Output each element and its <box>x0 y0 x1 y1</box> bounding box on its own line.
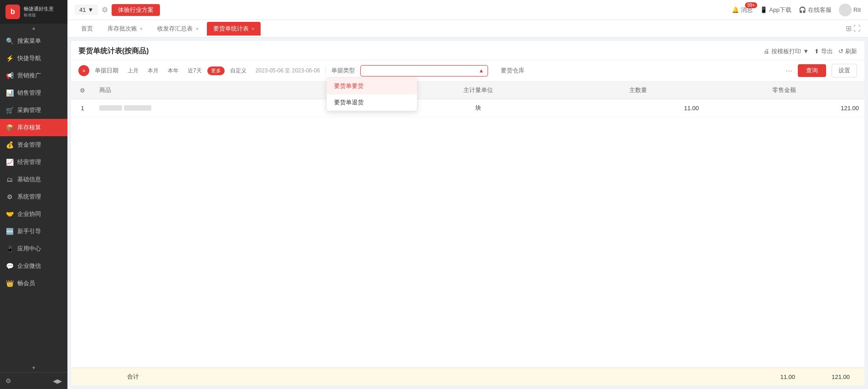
tab-batch-close[interactable]: × <box>140 26 143 31</box>
app-name: 畅捷通好生意 <box>24 5 54 12</box>
tabs-expand-icon[interactable]: ⊞ <box>846 24 852 33</box>
sidebar-item-guide[interactable]: 🆕 新手引导 <box>0 223 67 240</box>
sidebar-label-member: 畅会员 <box>17 279 35 287</box>
date-range: 2023-05-06 至 2023-06-06 <box>256 67 320 75</box>
sidebar-item-finance[interactable]: 💰 资金管理 <box>0 136 67 154</box>
row-index: 1 <box>71 99 94 117</box>
content-area: 要货单统计表(按商品) 🖨 按模板打印 ▼ ⬆ 导出 ↺ 刷新 » <box>71 41 864 385</box>
page-title: 要货单统计表(按商品) <box>78 46 149 56</box>
operations-icon: 📈 <box>5 158 14 166</box>
sidebar-item-member[interactable]: 👑 畅会员 <box>0 275 67 292</box>
notifications-btn[interactable]: 🔔 消息 99+ <box>732 6 753 14</box>
user-avatar-btn[interactable]: Rit <box>839 4 861 16</box>
collab-icon: 🤝 <box>5 210 14 218</box>
tab-home[interactable]: 首页 <box>75 22 99 36</box>
date-custom[interactable]: 自定义 <box>226 66 250 76</box>
col-qty: 主数量 <box>572 82 704 99</box>
online-service-btn[interactable]: 🎧 在线客服 <box>799 6 832 14</box>
tab-home-label: 首页 <box>81 25 93 33</box>
refresh-btn[interactable]: ↺ 刷新 <box>838 47 857 56</box>
warehouse-more-icon[interactable]: ··· <box>786 66 792 76</box>
footer-label: 合计 <box>78 373 188 381</box>
tab-summary-close[interactable]: × <box>195 26 198 31</box>
sidebar-bottom: ⚙ ◀▶ <box>0 372 67 389</box>
main-area: 41 ▼ ⚙ 体验行业方案 🔔 消息 99+ 📱 App下载 🎧 在线客服 <box>67 0 868 389</box>
sidebar-item-collab[interactable]: 🤝 企业协同 <box>0 205 67 223</box>
scroll-down-btn[interactable]: ▼ <box>0 363 67 372</box>
dropdown-item-order[interactable]: 要货单要货 <box>327 78 417 94</box>
sidebar-item-inventory[interactable]: 📦 库存核算 <box>0 119 67 136</box>
filter-divider <box>325 66 326 75</box>
sidebar-label-apps: 应用中心 <box>17 245 41 253</box>
store-selector[interactable]: 41 ▼ <box>75 5 98 15</box>
tab-order-stats[interactable]: 要货单统计表 × <box>207 22 261 36</box>
topbar-right: 🔔 消息 99+ 📱 App下载 🎧 在线客服 Rit <box>732 4 861 16</box>
sidebar-item-shortcuts[interactable]: ⚡ 快捷导航 <box>0 50 67 67</box>
query-button[interactable]: 查询 <box>798 64 826 77</box>
scroll-up-btn[interactable]: ▲ <box>0 24 67 32</box>
tab-batch-label: 库存批次账 <box>108 25 137 33</box>
promo-button[interactable]: 体验行业方案 <box>112 4 160 16</box>
export-icon: ⬆ <box>814 48 819 55</box>
sidebar-label-inventory: 库存核算 <box>17 123 41 132</box>
expand-filter-btn[interactable]: » <box>78 65 89 76</box>
type-dropdown: 要货单要货 要货单退货 <box>326 77 417 111</box>
sidebar-item-purchase[interactable]: 🛒 采购管理 <box>0 102 67 119</box>
sidebar-label-collab: 企业协同 <box>17 210 41 218</box>
sidebar-item-wechat[interactable]: 💬 企业微信 <box>0 257 67 275</box>
tab-order-stats-close[interactable]: × <box>252 26 254 31</box>
footer-qty: 11.00 <box>748 374 802 380</box>
sidebar-label-search: 搜索菜单 <box>17 37 41 45</box>
tabs-fullscreen-icon[interactable]: ⛶ <box>853 25 861 33</box>
sales-icon: 📊 <box>5 89 14 97</box>
type-select-arrow-up[interactable]: ▲ <box>478 67 484 74</box>
topbar-gear-icon[interactable]: ⚙ <box>102 5 108 14</box>
tab-order-stats-label: 要货单统计表 <box>213 25 249 33</box>
export-btn[interactable]: ⬆ 导出 <box>814 47 833 56</box>
finance-icon: 💰 <box>5 141 14 149</box>
sidebar-item-marketing[interactable]: 📢 营销推广 <box>0 67 67 84</box>
user-name: Rit <box>853 6 861 13</box>
warehouse-box: ··· <box>530 66 792 76</box>
date-this-month[interactable]: 本月 <box>144 66 162 76</box>
sidebar-item-operations[interactable]: 📈 经营管理 <box>0 154 67 171</box>
type-input[interactable] <box>365 67 477 74</box>
online-service-label: 在线客服 <box>808 6 832 14</box>
row-qty: 11.00 <box>572 99 704 117</box>
tab-batch[interactable]: 库存批次账 × <box>101 22 149 36</box>
date-7days[interactable]: 近7天 <box>184 66 205 76</box>
sidebar-label-purchase: 采购管理 <box>17 106 41 114</box>
sidebar-item-sales[interactable]: 📊 销售管理 <box>0 84 67 102</box>
col-settings[interactable]: ⚙ <box>71 82 94 99</box>
shortcuts-icon: ⚡ <box>5 54 14 62</box>
topbar: 41 ▼ ⚙ 体验行业方案 🔔 消息 99+ 📱 App下载 🎧 在线客服 <box>67 0 868 20</box>
warehouse-label: 要货仓库 <box>501 67 524 75</box>
collapse-button[interactable]: ◀▶ <box>53 378 62 384</box>
date-more[interactable]: 更多 <box>207 67 225 75</box>
sidebar-item-basics[interactable]: 🗂 基础信息 <box>0 171 67 188</box>
app-download-btn[interactable]: 📱 App下载 <box>760 6 791 14</box>
sidebar-nav: 🔍 搜索菜单 ⚡ 快捷导航 📢 营销推广 📊 销售管理 🛒 采购管理 📦 库存核… <box>0 32 67 363</box>
date-this-year[interactable]: 本年 <box>164 66 182 76</box>
type-select-box[interactable]: ▲ <box>360 65 488 77</box>
table-row: 1 块 11.00 121.00 <box>71 99 864 117</box>
table-footer: 合计 11.00 121.00 <box>71 368 864 385</box>
sidebar-item-search[interactable]: 🔍 搜索菜单 <box>0 32 67 50</box>
tab-summary-label: 收发存汇总表 <box>157 25 193 33</box>
tab-summary[interactable]: 收发存汇总表 × <box>151 22 205 36</box>
tabs-bar: 首页 库存批次账 × 收发存汇总表 × 要货单统计表 × ⊞ ⛶ <box>67 20 868 37</box>
data-table: ⚙ 商品 主计量单位 主数量 零售金额 <box>71 82 864 117</box>
set-button[interactable]: 设置 <box>832 64 857 77</box>
search-icon: 🔍 <box>5 37 14 45</box>
print-dropdown-icon: ▼ <box>803 48 809 55</box>
settings-bottom-icon[interactable]: ⚙ <box>5 377 11 384</box>
dropdown-item-return[interactable]: 要货单退货 <box>327 94 417 111</box>
date-prev-month[interactable]: 上月 <box>124 66 142 76</box>
store-num: 41 <box>79 6 86 13</box>
sidebar-label-finance: 资金管理 <box>17 141 41 149</box>
sidebar-item-system[interactable]: ⚙ 系统管理 <box>0 188 67 205</box>
topbar-left: 41 ▼ ⚙ 体验行业方案 <box>75 4 726 16</box>
print-btn[interactable]: 🖨 按模板打印 ▼ <box>764 47 809 56</box>
sidebar-item-apps[interactable]: 📱 应用中心 <box>0 240 67 257</box>
sidebar-label-guide: 新手引导 <box>17 227 41 235</box>
